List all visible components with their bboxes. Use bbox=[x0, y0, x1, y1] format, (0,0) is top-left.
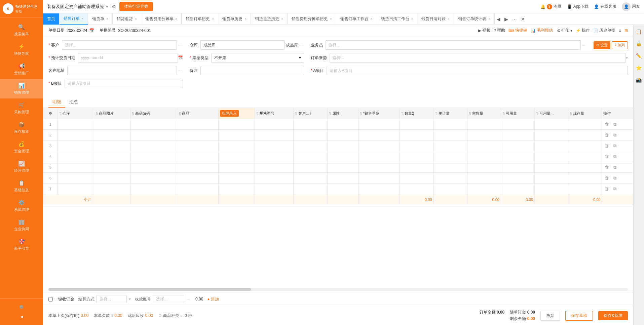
app-download-btn[interactable]: 📱 App下载 bbox=[567, 4, 589, 9]
sidebar-item-enterprise[interactable]: 🏢 企业协同 bbox=[0, 215, 43, 235]
sidebar-item-newbie[interactable]: 🎯 新手引导 bbox=[0, 235, 43, 254]
salesperson-input[interactable] bbox=[326, 40, 581, 50]
settings-btn[interactable]: ⚙ 设置 bbox=[594, 41, 610, 49]
tab-close-icon[interactable]: × bbox=[371, 17, 373, 21]
customer-input[interactable] bbox=[62, 40, 177, 50]
tab-close-icon[interactable]: × bbox=[448, 17, 450, 21]
sidebar-settings-btn[interactable]: ⚙️ bbox=[0, 302, 43, 312]
tab-prev-btn[interactable]: ◀ bbox=[495, 13, 502, 25]
row-delete-icon[interactable]: 🗑 bbox=[603, 143, 610, 149]
user-avatar[interactable]: 👤 用友 bbox=[622, 2, 640, 11]
salesperson-more-icon[interactable]: ··· bbox=[581, 43, 587, 47]
solution-btn[interactable]: 体验行业方案 bbox=[119, 2, 153, 11]
view-action[interactable]: ▶ 视频 bbox=[478, 28, 490, 33]
tab-sales-order[interactable]: 销售订单 × bbox=[60, 13, 88, 25]
online-service-btn[interactable]: 👤 在线客服 bbox=[594, 4, 616, 9]
right-panel-icon-4[interactable]: ⭐ bbox=[635, 64, 643, 72]
row-copy-icon[interactable]: ⧉ bbox=[611, 132, 618, 138]
tab-summary[interactable]: 汇总 bbox=[65, 97, 82, 108]
tab-sales-expense-split[interactable]: 销售费用分摊单 × bbox=[141, 13, 182, 25]
right-panel-icon-1[interactable]: 📋 bbox=[635, 28, 643, 36]
delivery-date-input[interactable] bbox=[78, 53, 178, 63]
receipt-more-icon[interactable]: ··· bbox=[185, 297, 191, 301]
sidebar-item-basic-info[interactable]: 📋 基础信息 bbox=[0, 176, 43, 196]
tab-sales-refund-history[interactable]: 销货退货历史 × bbox=[251, 13, 288, 25]
tab-sales-return[interactable]: 销货单 × bbox=[88, 13, 113, 25]
one-click-checkout-input[interactable] bbox=[48, 297, 53, 301]
tab-close-icon[interactable]: × bbox=[281, 17, 283, 21]
one-click-checkout-checkbox[interactable]: 一键收订金 bbox=[48, 296, 74, 302]
row-delete-icon[interactable]: 🗑 bbox=[603, 175, 610, 181]
right-panel-icon-5[interactable]: 📸 bbox=[635, 76, 643, 84]
print-action[interactable]: 🖨 打印 ▾ bbox=[556, 28, 572, 33]
calendar-icon[interactable]: 📅 bbox=[89, 28, 94, 33]
sidebar-item-operations[interactable]: 📈 经营管理 bbox=[0, 157, 43, 176]
sidebar-item-sales[interactable]: 📊 销售管理 bbox=[0, 79, 43, 98]
payment-method-input[interactable] bbox=[97, 295, 127, 303]
tab-more-btn[interactable]: ⋯ bbox=[510, 13, 519, 25]
tab-detail[interactable]: 明细 bbox=[48, 97, 65, 108]
right-panel-icon-2[interactable]: 🔒 bbox=[635, 40, 643, 48]
remarks-input[interactable] bbox=[200, 66, 304, 75]
add-payment-btn[interactable]: ● 添加 bbox=[207, 296, 219, 302]
tab-sales-refund[interactable]: 销货退货 × bbox=[113, 13, 141, 25]
tab-close-icon[interactable]: × bbox=[106, 17, 108, 21]
tab-close-icon[interactable]: × bbox=[135, 17, 137, 21]
list-view-btn[interactable]: ≡ bbox=[619, 28, 621, 33]
tab-close-icon[interactable]: × bbox=[488, 17, 490, 21]
notification-btn[interactable]: 🔔 9 淘豆 bbox=[540, 4, 562, 9]
save-new-btn[interactable]: 保存&新增 bbox=[598, 311, 628, 320]
receipt-account-input[interactable] bbox=[153, 295, 183, 303]
customer-more-icon[interactable]: ··· bbox=[177, 43, 183, 47]
row-delete-icon[interactable]: 🗑 bbox=[603, 186, 610, 192]
tab-cash-daily[interactable]: 钱货日清工作台 × bbox=[377, 13, 418, 25]
help-action[interactable]: ? 帮助 bbox=[494, 28, 505, 33]
tab-close-all-btn[interactable]: ✕ bbox=[519, 13, 527, 25]
row-copy-icon[interactable]: ⧉ bbox=[611, 175, 618, 181]
right-panel-icon-3[interactable]: ✏️ bbox=[635, 52, 643, 60]
row-delete-icon[interactable]: 🗑 bbox=[603, 132, 610, 138]
discard-btn[interactable]: 放弃 bbox=[540, 311, 560, 321]
sidebar-item-search[interactable]: 🔍 搜索菜单 bbox=[0, 21, 43, 40]
row-delete-icon[interactable]: 🗑 bbox=[603, 153, 610, 160]
shortcut-action[interactable]: ⌨ 快捷键 bbox=[508, 28, 527, 33]
sidebar-item-system[interactable]: ⚙️ 系统管理 bbox=[0, 196, 43, 215]
add-column-btn[interactable]: + 加列 bbox=[612, 41, 628, 49]
address-more-icon[interactable]: ··· bbox=[177, 68, 183, 73]
sidebar-item-marketing[interactable]: 📢 营销推广 bbox=[0, 59, 43, 79]
delivery-calendar-icon[interactable]: 📅 bbox=[178, 55, 183, 60]
customer-address-input[interactable] bbox=[67, 66, 177, 75]
tab-sales-order-history[interactable]: 销售订单历史 × bbox=[182, 13, 218, 25]
tab-next-btn[interactable]: ▶ bbox=[502, 13, 510, 25]
tab-close-icon[interactable]: × bbox=[82, 17, 84, 21]
save-draft-btn[interactable]: 保存草稿 bbox=[565, 311, 593, 321]
grid-view-btn[interactable]: ⊞ bbox=[624, 28, 628, 33]
tab-close-icon[interactable]: × bbox=[330, 17, 332, 21]
a-project-input[interactable] bbox=[327, 66, 628, 75]
tab-cash-reconcile[interactable]: 钱货日清对账 × bbox=[417, 13, 454, 25]
sidebar-item-inventory[interactable]: 📦 库存核算 bbox=[0, 118, 43, 137]
tab-close-icon[interactable]: × bbox=[244, 17, 247, 21]
row-delete-icon[interactable]: 🗑 bbox=[603, 121, 610, 128]
row-copy-icon[interactable]: ⧉ bbox=[611, 143, 618, 149]
b-project-input[interactable] bbox=[65, 79, 183, 88]
tab-close-icon[interactable]: × bbox=[212, 17, 214, 21]
tab-home[interactable]: 首页 bbox=[43, 13, 60, 25]
sidebar-item-quick-nav[interactable]: ⚡ 快捷导航 bbox=[0, 40, 43, 59]
tab-sales-order-workbench[interactable]: 销售订单工作台 × bbox=[336, 13, 377, 25]
horizontal-scrollbar[interactable] bbox=[48, 288, 628, 291]
row-delete-icon[interactable]: 🗑 bbox=[603, 164, 610, 171]
row-copy-icon[interactable]: ⧉ bbox=[611, 186, 618, 192]
scan-btn[interactable]: 扫码录入 bbox=[220, 110, 239, 117]
warehouse-more-icon[interactable]: ··· bbox=[298, 43, 304, 47]
warehouse-input[interactable] bbox=[200, 40, 285, 50]
operation-action[interactable]: ⚡ 操作 bbox=[576, 28, 590, 33]
sidebar-collapse-btn[interactable]: ◀ bbox=[0, 312, 43, 322]
row-copy-icon[interactable]: ⧉ bbox=[611, 164, 618, 171]
sidebar-item-capital[interactable]: 💰 资金管理 bbox=[0, 137, 43, 157]
topbar-settings-icon[interactable]: ⚙ bbox=[112, 4, 116, 10]
tab-close-icon[interactable]: × bbox=[411, 17, 413, 21]
tab-close-icon[interactable]: × bbox=[176, 17, 178, 21]
tab-sales-summary[interactable]: 销售订单统计表 × bbox=[454, 13, 495, 25]
row-copy-icon[interactable]: ⧉ bbox=[611, 153, 618, 160]
